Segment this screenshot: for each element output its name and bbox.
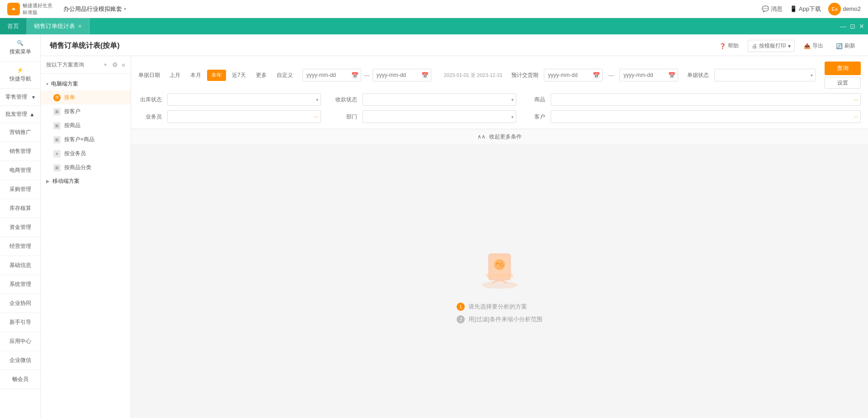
salesperson-input-more-icon[interactable]: ···: [314, 114, 318, 120]
scheme-item-by-cust-prod[interactable]: ⊞ 按客户+商品: [41, 133, 131, 147]
tip-2-text: 用[过滤]条件来缩小分析范围: [468, 315, 542, 323]
basic-info-label: 基础信息: [9, 261, 31, 269]
customer-input-more-icon[interactable]: ···: [854, 114, 858, 120]
date-from-calendar-icon[interactable]: 📅: [351, 72, 359, 79]
doc-status-select[interactable]: [714, 69, 816, 81]
app-title-area[interactable]: 办公用品行业模拟账套 ▾: [63, 5, 126, 13]
add-scheme-button[interactable]: ＋: [102, 61, 108, 69]
scheme-settings-button[interactable]: ⚙: [112, 61, 118, 68]
member-label: 畅会员: [12, 375, 28, 383]
marketing-label: 营销推广: [9, 128, 31, 136]
expected-date-separator: —: [608, 72, 614, 79]
sales-tab-close[interactable]: ✕: [78, 24, 82, 29]
sidebar-item-member[interactable]: 畅会员: [0, 370, 40, 389]
sidebar-item-system-mgmt[interactable]: 系统管理: [0, 275, 40, 294]
sidebar-item-operation-mgmt[interactable]: 经营管理: [0, 237, 40, 256]
empty-tip-1: 1 请先选择要分析的方案: [457, 303, 542, 311]
sidebar-item-marketing[interactable]: 营销推广: [0, 123, 40, 142]
shortcut-this-month[interactable]: 本月: [186, 70, 205, 81]
settings-button[interactable]: 设置: [825, 77, 861, 89]
sidebar-item-basic-info[interactable]: 基础信息: [0, 256, 40, 275]
scheme-item-by-salesperson-icon: ≡: [53, 150, 61, 157]
product-input[interactable]: [551, 93, 861, 106]
app-download-icon: 📱: [790, 5, 797, 12]
shortcut-last-month[interactable]: 上月: [165, 70, 184, 81]
maximize-icon[interactable]: ⊡: [850, 23, 855, 30]
sidebar-item-enterprise-collab[interactable]: 企业协同: [0, 294, 40, 313]
date-shortcuts: 上月 本月 本年 近7天 更多 自定义: [165, 70, 297, 81]
close-window-icon[interactable]: ✕: [859, 23, 864, 30]
expected-date-to-wrapper: 📅: [619, 69, 678, 81]
scheme-group-mobile-label: 移动端方案: [52, 177, 80, 185]
sidebar-item-ecommerce-mgmt[interactable]: 电商管理: [0, 161, 40, 180]
out-status-select[interactable]: [167, 93, 321, 106]
sidebar-item-quick-nav[interactable]: ⚡ 快捷导航: [0, 62, 40, 89]
expected-date-to-icon[interactable]: 📅: [668, 72, 675, 79]
scheme-item-by-salesperson[interactable]: ≡ 按业务员: [41, 147, 131, 161]
enterprise-wechat-label: 企业微信: [9, 356, 31, 364]
help-button[interactable]: ❓ 帮助: [716, 40, 742, 52]
export-icon: 📤: [804, 43, 811, 49]
scheme-item-by-order-label: 按单: [64, 94, 75, 101]
sidebar: 🔍 搜索菜单 ⚡ 快捷导航 零售管理 ▾ 批发管理 ▲ 营销推广 销售管理 电商…: [0, 34, 41, 418]
scheme-group-desktop-label: 电脑端方案: [51, 80, 78, 88]
export-button[interactable]: 📤 导出: [800, 40, 827, 52]
tab-home[interactable]: 首页: [0, 18, 27, 34]
window-controls: — ⊡ ✕: [836, 18, 868, 34]
shortcut-last-7-days[interactable]: 近7天: [228, 70, 250, 81]
scheme-item-by-order[interactable]: 按 按单: [41, 90, 131, 104]
app-download-button[interactable]: 📱 App下载: [790, 5, 821, 13]
shortcut-more[interactable]: 更多: [252, 70, 271, 81]
scheme-item-by-prod-cat[interactable]: ⊞ 按商品分类: [41, 161, 131, 175]
scheme-group-mobile-header[interactable]: ▶ 移动端方案: [41, 175, 131, 188]
filter-row-1: 单据日期 上月 本月 本年 近7天 更多 自定义 📅: [138, 62, 861, 89]
sidebar-item-purchase-mgmt[interactable]: 采购管理: [0, 180, 40, 199]
sidebar-item-search-menu[interactable]: 🔍 搜索菜单: [0, 34, 40, 62]
minimize-icon[interactable]: —: [840, 23, 846, 30]
date-range: 📅 — 📅: [302, 69, 431, 81]
shortcut-this-year[interactable]: 本年: [207, 70, 226, 81]
query-button[interactable]: 查询: [825, 62, 861, 75]
sidebar-item-retail-mgmt[interactable]: 零售管理 ▾: [0, 89, 40, 106]
tip-1-text: 请先选择要分析的方案: [468, 303, 527, 311]
sidebar-item-sales-mgmt[interactable]: 销售管理: [0, 142, 40, 161]
tab-sales-order-stats[interactable]: 销售订单统计表 ✕: [27, 18, 90, 34]
purchase-mgmt-label: 采购管理: [9, 185, 31, 193]
user-area[interactable]: Ea demo2: [828, 3, 861, 15]
refresh-button[interactable]: 🔄 刷新: [832, 40, 859, 52]
expected-date-from-icon[interactable]: 📅: [593, 72, 600, 79]
message-button[interactable]: 💬 消息: [762, 5, 783, 13]
collapse-panel-button[interactable]: «: [122, 61, 125, 68]
receipt-status-select[interactable]: [363, 93, 516, 106]
shortcut-custom[interactable]: 自定义: [273, 70, 297, 81]
customer-input[interactable]: [551, 110, 861, 123]
main-layout: 🔍 搜索菜单 ⚡ 快捷导航 零售管理 ▾ 批发管理 ▲ 营销推广 销售管理 电商…: [0, 34, 868, 418]
filter-section: 单据日期 上月 本月 本年 近7天 更多 自定义 📅: [131, 56, 868, 129]
product-input-more-icon[interactable]: ···: [854, 96, 858, 103]
sales-mgmt-label: 销售管理: [9, 147, 31, 155]
left-panel: 按以下方案查询 ＋ ⚙ « ▾ 电脑端方案: [41, 56, 131, 418]
salesperson-input[interactable]: [167, 110, 321, 123]
finance-mgmt-label: 资金管理: [9, 223, 31, 231]
sidebar-item-finance-mgmt[interactable]: 资金管理: [0, 218, 40, 237]
out-status-select-wrapper: ▾: [167, 93, 321, 106]
retail-mgmt-label: 零售管理: [5, 93, 27, 101]
scheme-item-by-customer[interactable]: ⊞ 按客户: [41, 104, 131, 119]
svg-point-5: [496, 262, 498, 264]
sidebar-item-app-center[interactable]: 应用中心: [0, 332, 40, 351]
dept-select[interactable]: [363, 110, 516, 123]
sidebar-item-wholesale-mgmt[interactable]: 批发管理 ▲: [0, 106, 40, 123]
collapse-bar[interactable]: ∧∧ 收起更多条件: [131, 129, 868, 145]
sidebar-item-inventory-check[interactable]: 库存核算: [0, 199, 40, 218]
scheme-item-by-cust-prod-icon: ⊞: [53, 136, 61, 143]
date-to-calendar-icon[interactable]: 📅: [421, 72, 429, 79]
scheme-group-mobile: ▶ 移动端方案: [41, 175, 131, 188]
scheme-group-desktop-header[interactable]: ▾ 电脑端方案: [41, 77, 131, 90]
scheme-item-by-product[interactable]: ⊞ 按商品: [41, 119, 131, 133]
new-guide-label: 新手引导: [9, 318, 31, 326]
sidebar-item-new-guide[interactable]: 新手引导: [0, 313, 40, 332]
sidebar-item-enterprise-wechat[interactable]: 企业微信: [0, 351, 40, 370]
message-label: 消息: [771, 5, 783, 13]
print-button[interactable]: 🖨 按模板打印 ▾: [748, 40, 795, 52]
product-input-wrapper: ···: [551, 93, 861, 106]
